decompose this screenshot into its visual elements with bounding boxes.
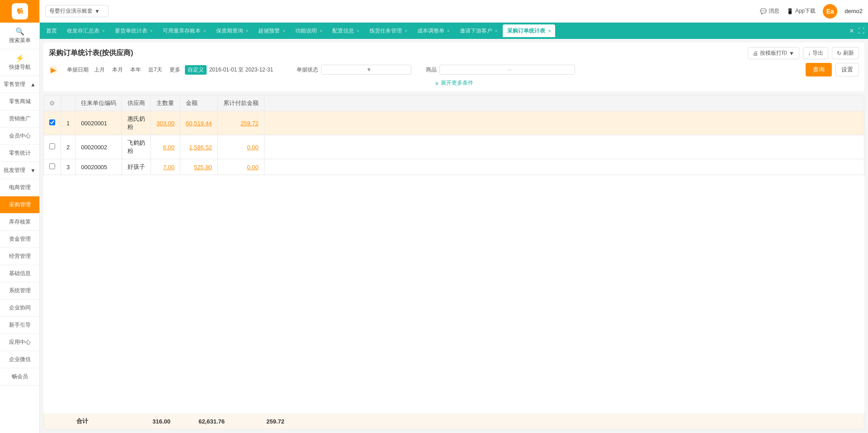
sidebar-item-member[interactable]: 会员中心: [0, 128, 39, 145]
tab-home[interactable]: 首页: [42, 24, 61, 37]
tab-goods-summary[interactable]: 要货单统计表 ×: [110, 24, 157, 37]
row-2-checkbox-input[interactable]: [49, 143, 55, 149]
message-label: 消息: [769, 7, 779, 15]
app-download-button[interactable]: 📱 App下载: [787, 7, 816, 15]
table-row[interactable]: 2 00020002 飞鹤奶粉 6.00 1,586.52 0.00: [44, 135, 864, 159]
print-button[interactable]: 🖨 按模板打印 ▼: [748, 47, 799, 59]
column-settings-icon[interactable]: ⚙: [49, 100, 55, 107]
sidebar-item-search[interactable]: 🔍 搜索菜单: [0, 23, 39, 49]
code-col-header: 往来单位编码: [75, 95, 122, 111]
date-chip-this-year[interactable]: 本年: [127, 65, 144, 75]
tab-close-collect-summary[interactable]: ×: [102, 29, 105, 33]
status-select[interactable]: ▼: [321, 65, 411, 75]
row-2-supplier: 飞鹤奶粉: [122, 135, 151, 159]
sidebar-item-purchase-label: 采购管理: [2, 201, 38, 209]
setting-button[interactable]: 设置: [835, 63, 859, 76]
tab-cost-adjust[interactable]: 成本调整单 ×: [413, 24, 454, 37]
tab-close-config[interactable]: ×: [357, 29, 359, 33]
sidebar-item-inventory[interactable]: 库存核算: [0, 214, 39, 231]
row-2-quantity[interactable]: 6.00: [151, 135, 180, 159]
tab-purchase-summary[interactable]: 采购订单统计表 ×: [503, 24, 555, 37]
sidebar-item-system[interactable]: 系统管理: [0, 282, 39, 300]
table-row[interactable]: 3 00020005 好孩子 7.00 525.80 0.00: [44, 159, 864, 175]
footer-amount: 62,631.76: [176, 418, 230, 425]
sidebar-item-retail[interactable]: 零售管理 ▲: [0, 76, 39, 93]
row-1-amount[interactable]: 60,519.44: [180, 111, 218, 135]
tab-shelf-life[interactable]: 保质期查询 ×: [212, 24, 253, 37]
sidebar-item-retail-store[interactable]: 零售商城: [0, 93, 39, 110]
date-chip-last-month[interactable]: 上月: [91, 65, 108, 75]
tab-maximize-icon[interactable]: ⛶: [858, 27, 864, 34]
sidebar-item-ecommerce[interactable]: 电商管理: [0, 179, 39, 196]
sidebar-item-basic[interactable]: 基础信息: [0, 265, 39, 282]
row-1-paid[interactable]: 259.72: [217, 111, 264, 135]
sidebar-item-operation-label: 经营管理: [2, 252, 38, 260]
row-1-checkbox[interactable]: [44, 111, 61, 135]
sidebar-item-app-center[interactable]: 应用中心: [0, 334, 39, 351]
paid-col-header: 累计付款金额: [217, 95, 264, 111]
tab-func-desc[interactable]: 功能说明 ×: [291, 24, 327, 37]
tab-collect-summary[interactable]: 收发存汇总表 ×: [62, 24, 109, 37]
row-3-quantity[interactable]: 7.00: [151, 159, 180, 175]
tab-close-cost-adjust[interactable]: ×: [447, 29, 450, 33]
tab-overstock[interactable]: 超储预警 ×: [254, 24, 290, 37]
tab-close-pick-task[interactable]: ×: [405, 29, 407, 33]
sidebar-item-operation[interactable]: 经营管理: [0, 248, 39, 265]
date-chip-more[interactable]: 更多: [167, 65, 183, 75]
sidebar-item-wholesale[interactable]: 批发管理 ▼: [0, 162, 39, 179]
row-2-paid[interactable]: 0.00: [217, 135, 264, 159]
row-3-amount[interactable]: 525.80: [180, 159, 218, 175]
sidebar-item-purchase[interactable]: 采购管理: [0, 196, 39, 214]
sidebar-item-quick-nav[interactable]: ⚡ 快捷导航: [0, 49, 39, 76]
sidebar-item-collab[interactable]: 企业协同: [0, 300, 39, 317]
row-3-checkbox-input[interactable]: [49, 163, 55, 169]
sidebar-item-basic-label: 基础信息: [2, 270, 38, 277]
store-selector[interactable]: 母婴行业演示账套 ▼: [45, 5, 108, 17]
row-3-checkbox[interactable]: [44, 159, 61, 175]
refresh-button[interactable]: ↻ 刷新: [832, 47, 859, 59]
sidebar-item-marketing[interactable]: 营销推广: [0, 110, 39, 128]
tab-config[interactable]: 配置信息 ×: [328, 24, 364, 37]
tab-available-stock-label: 可用量库存账本: [163, 27, 201, 35]
expand-more-button[interactable]: ∨ 展开更多条件: [49, 79, 859, 87]
tab-close-overstock[interactable]: ×: [283, 29, 285, 33]
query-button[interactable]: 查询: [806, 63, 832, 76]
date-chip-7days[interactable]: 近7天: [146, 65, 165, 75]
message-button[interactable]: 💬 消息: [760, 7, 779, 15]
table-scroll[interactable]: ⚙ 往来单位编码 供应商 主数量 金额 累计付款金额: [43, 95, 864, 414]
row-2-amount[interactable]: 1,586.52: [180, 135, 218, 159]
date-chip-custom[interactable]: 自定义: [185, 65, 207, 75]
logo-icon: 畅: [12, 3, 28, 19]
row-3-code: 00020005: [75, 159, 122, 175]
avatar[interactable]: Ea: [823, 4, 837, 19]
table-header-row: ⚙ 往来单位编码 供应商 主数量 金额 累计付款金额: [44, 95, 864, 111]
tab-close-invite-downstream[interactable]: ×: [495, 29, 498, 33]
row-1-quantity[interactable]: 303.00: [151, 111, 180, 135]
tab-available-stock[interactable]: 可用量库存账本 ×: [158, 24, 211, 37]
goods-input[interactable]: ···: [439, 65, 575, 75]
sidebar-item-retail-stats[interactable]: 零售统计: [0, 145, 39, 162]
row-3-paid[interactable]: 0.00: [217, 159, 264, 175]
date-chip-this-month[interactable]: 本月: [109, 65, 126, 75]
export-button[interactable]: ↓ 导出: [803, 47, 828, 59]
row-1-checkbox-input[interactable]: [49, 119, 55, 125]
tab-close-func-desc[interactable]: ×: [320, 29, 322, 33]
footer-paid: 259.72: [230, 418, 284, 425]
sidebar-item-wechat[interactable]: 企业微信: [0, 351, 39, 368]
toggle-arrow-button[interactable]: ▶: [49, 65, 58, 74]
main-area: 母婴行业演示账套 ▼ 💬 消息 📱 App下载 Ea demo2 首页 收发存汇…: [40, 0, 868, 433]
sidebar-item-app-center-label: 应用中心: [2, 338, 38, 346]
sidebar-item-member2[interactable]: 畅会员: [0, 368, 39, 385]
filter-section: 采购订单统计表(按供应商) 🖨 按模板打印 ▼ ↓ 导出 ↻ 刷新: [43, 43, 864, 91]
tab-close-purchase-summary[interactable]: ×: [548, 29, 551, 33]
table-row[interactable]: 1 00020001 惠氏奶粉 303.00 60,519.44 259.72: [44, 111, 864, 135]
tab-close-available-stock[interactable]: ×: [203, 29, 206, 33]
tab-pick-task[interactable]: 拣货任务管理 ×: [365, 24, 412, 37]
sidebar-item-finance[interactable]: 资金管理: [0, 231, 39, 248]
sidebar-item-guide[interactable]: 新手引导: [0, 317, 39, 334]
tab-invite-downstream[interactable]: 邀请下游客户 ×: [455, 24, 502, 37]
tab-close-shelf-life[interactable]: ×: [246, 29, 249, 33]
tab-close-goods-summary[interactable]: ×: [150, 29, 153, 33]
row-2-checkbox[interactable]: [44, 135, 61, 159]
tab-close-all-icon[interactable]: ✕: [849, 27, 854, 34]
